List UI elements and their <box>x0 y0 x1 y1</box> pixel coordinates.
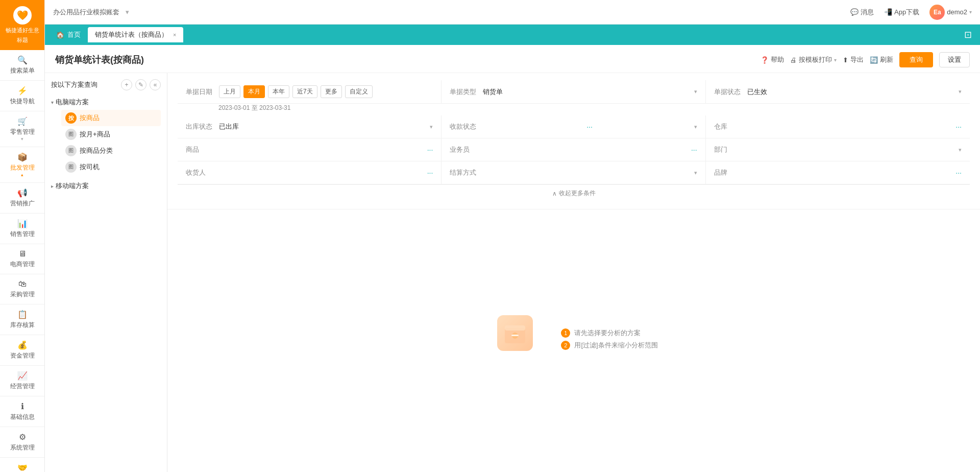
sidebar-item-ecommerce[interactable]: 🖥 电商管理 <box>0 244 44 274</box>
tab-bar: 🏠 首页 销货单统计表（按商品） × ⊡ <box>45 25 980 45</box>
refresh-label: 刷新 <box>880 55 893 64</box>
filter-cell-salesperson: 业务员 ··· <box>442 138 705 161</box>
add-scheme-button[interactable]: + <box>121 79 132 90</box>
left-panel: 按以下方案查询 + ✎ « ▾ 电脑端方案 按 按 <box>45 73 167 472</box>
filter-cell-goods: 商品 ··· <box>178 138 442 161</box>
tree-item-by-product[interactable]: 按 按商品 <box>61 110 161 126</box>
warehouse-value-wrapper[interactable]: ··· <box>747 123 962 131</box>
tree-item-by-month[interactable]: 图 按月+商品 <box>61 126 161 143</box>
main-area: 办公用品行业模拟账套 ▾ 💬 消息 📲 App下载 Ea demo2 ▾ 🏠 首… <box>45 0 980 472</box>
brand-dots[interactable]: ··· <box>955 169 962 177</box>
empty-hint-1: 1 请先选择要分析的方案 <box>561 328 657 338</box>
app-download-button[interactable]: 📲 App下载 <box>884 8 919 17</box>
outstatus-value-wrapper[interactable]: 已出库 ▾ <box>219 122 433 131</box>
sidebar-item-system[interactable]: ⚙ 系统管理 <box>0 427 44 458</box>
sidebar-item-quicknav[interactable]: ⚡ 快捷导航 <box>0 81 44 111</box>
wholesale-icon: 📦 <box>17 152 28 162</box>
outstatus-arrow-icon: ▾ <box>430 124 433 130</box>
sidebar-item-finance[interactable]: 💰 资金管理 <box>0 335 44 366</box>
sidebar-item-retail[interactable]: 🛒 零售管理 ▾ <box>0 111 44 147</box>
edit-scheme-button[interactable]: ✎ <box>135 79 146 90</box>
sidebar-item-purchase[interactable]: 🛍 采购管理 <box>0 274 44 304</box>
sidebar-item-sales-label: 销售管理 <box>10 230 35 239</box>
filter-cell-date: 单据日期 上月 本月 本年 近7天 更多 自定义 <box>178 80 442 103</box>
query-button[interactable]: 查询 <box>899 52 933 67</box>
date-btn-7days[interactable]: 近7天 <box>292 85 317 98</box>
by-month-icon: 图 <box>65 129 77 140</box>
date-btn-this-month[interactable]: 本月 <box>243 85 265 98</box>
filter-cell-docstatus: 单据状态 已生效 ▾ <box>706 80 970 103</box>
payment-method-value-wrapper[interactable]: ▾ <box>483 170 697 176</box>
tab-active[interactable]: 销货单统计表（按商品） × <box>88 27 183 42</box>
user-profile[interactable]: Ea demo2 ▾ <box>929 5 972 20</box>
empty-state: 1 请先选择要分析的方案 2 用[过滤]条件来缩小分析范围 <box>167 209 980 472</box>
quicknav-icon: ⚡ <box>17 86 28 96</box>
sidebar-item-basic[interactable]: ℹ 基础信息 <box>0 396 44 427</box>
print-label: 按模板打印 <box>799 55 832 64</box>
export-button[interactable]: ⬆ 导出 <box>843 55 864 64</box>
doctype-value-wrapper[interactable]: 销货单 ▾ <box>483 87 697 97</box>
payment-status-label: 收款状态 <box>450 122 483 131</box>
help-label: 帮助 <box>771 55 784 64</box>
salesperson-value-wrapper[interactable]: ··· <box>483 146 697 154</box>
goods-value-wrapper[interactable]: ··· <box>219 146 433 154</box>
tree-mobile-label: 移动端方案 <box>56 181 89 191</box>
page-content: 销货单统计表(按商品) ❓ 帮助 🖨 按模板打印 ▾ ⬆ 导出 🔄 刷新 <box>45 45 980 472</box>
logo-area[interactable]: 🧡 畅捷通好生意 标题 <box>0 0 44 50</box>
sidebar-item-sales[interactable]: 📊 销售管理 <box>0 214 44 244</box>
refresh-button[interactable]: 🔄 刷新 <box>870 55 893 64</box>
dropdown-icon[interactable]: ▾ <box>126 8 129 16</box>
sidebar-item-wholesale[interactable]: 📦 批发管理 ▴ <box>0 147 44 183</box>
date-btn-custom[interactable]: 自定义 <box>345 85 373 98</box>
goods-dots[interactable]: ··· <box>427 146 433 154</box>
tree-item-by-category[interactable]: 图 按商品分类 <box>61 143 161 159</box>
warehouse-dots[interactable]: ··· <box>955 123 962 131</box>
date-btn-this-year[interactable]: 本年 <box>268 85 289 98</box>
filter-row-1: 单据日期 上月 本月 本年 近7天 更多 自定义 <box>178 80 970 104</box>
sidebar: 🧡 畅捷通好生意 标题 🔍 搜索菜单 ⚡ 快捷导航 🛒 零售管理 ▾ 📦 批发管… <box>0 0 45 472</box>
filter-cell-department: 部门 ▾ <box>706 138 970 161</box>
settings-button[interactable]: 设置 <box>939 52 970 67</box>
tree-item-by-driver[interactable]: 图 按司机 <box>61 159 161 175</box>
tree-arrow-icon: ▾ <box>51 100 54 105</box>
by-product-label: 按商品 <box>80 113 100 123</box>
print-button[interactable]: 🖨 按模板打印 ▾ <box>790 55 837 64</box>
tab-home[interactable]: 🏠 首页 <box>49 27 88 42</box>
sidebar-item-search[interactable]: 🔍 搜索菜单 <box>0 50 44 81</box>
outstatus-value: 已出库 <box>219 122 239 131</box>
user-dropdown-icon: ▾ <box>969 9 972 15</box>
sidebar-item-collab[interactable]: 🤝 企业协同 <box>0 458 44 472</box>
salesperson-dots[interactable]: ··· <box>691 146 697 154</box>
tree-mobile[interactable]: ▸ 移动端方案 <box>51 179 161 193</box>
date-btn-last-month[interactable]: 上月 <box>219 85 240 98</box>
sidebar-item-inventory[interactable]: 📋 库存核算 <box>0 304 44 335</box>
receiver-value-wrapper[interactable]: ··· <box>219 169 433 177</box>
payment-status-value-wrapper[interactable]: ··· ▾ <box>483 123 697 131</box>
department-label: 部门 <box>714 145 747 154</box>
messages-button[interactable]: 💬 消息 <box>850 8 874 17</box>
date-btn-more[interactable]: 更多 <box>321 85 342 98</box>
department-value-wrapper[interactable]: ▾ <box>747 147 962 153</box>
brand-value-wrapper[interactable]: ··· <box>747 169 962 177</box>
tree-desktop[interactable]: ▾ 电脑端方案 <box>51 96 161 109</box>
payment-status-dots[interactable]: ··· <box>586 123 593 131</box>
collapse-panel-button[interactable]: « <box>150 79 161 90</box>
sidebar-item-marketing[interactable]: 📢 营销推广 <box>0 183 44 214</box>
tab-expand-icon[interactable]: ⊡ <box>960 29 976 40</box>
panel-header-icons: + ✎ « <box>121 79 161 90</box>
docstatus-value-wrapper[interactable]: 已生效 ▾ <box>747 87 962 97</box>
date-range-display: 2023-03-01 至 2023-03-31 <box>178 104 970 115</box>
empty-illustration <box>489 315 541 366</box>
sidebar-item-purchase-label: 采购管理 <box>10 290 35 299</box>
inventory-icon: 📋 <box>17 310 28 319</box>
operation-icon: 📈 <box>17 371 28 381</box>
sidebar-item-operation[interactable]: 📈 经营管理 <box>0 366 44 396</box>
doctype-label: 单据类型 <box>450 87 483 97</box>
help-button[interactable]: ❓ 帮助 <box>761 55 784 64</box>
tab-close-button[interactable]: × <box>173 32 176 38</box>
receiver-dots[interactable]: ··· <box>427 169 433 177</box>
payment-method-label: 结算方式 <box>450 168 483 177</box>
date-quick-buttons: 上月 本月 本年 近7天 更多 自定义 <box>219 85 373 98</box>
collapse-filters-button[interactable]: ∧ 收起更多条件 <box>178 184 970 202</box>
filter-cell-payment-status: 收款状态 ··· ▾ <box>442 115 705 138</box>
